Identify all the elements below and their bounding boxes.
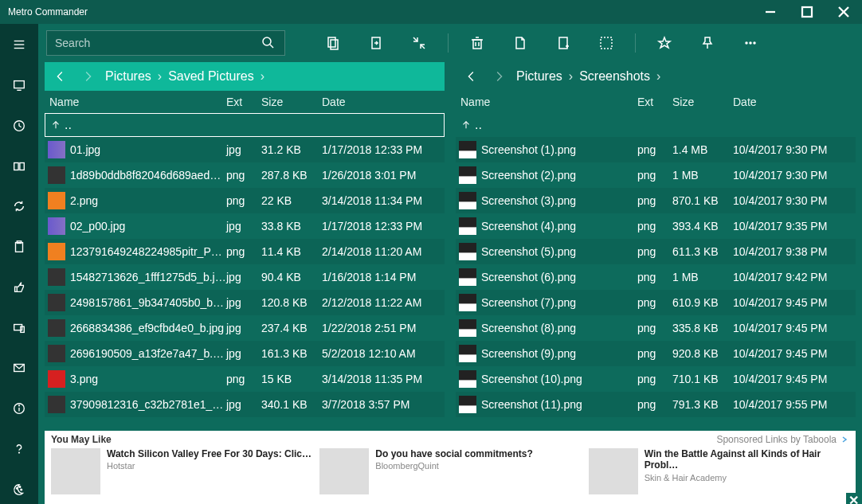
menu-button[interactable] — [0, 30, 38, 60]
file-ext: png — [226, 245, 261, 258]
thumbnail — [48, 396, 65, 413]
file-row[interactable]: Screenshot (2).pngpng1 MB10/4/2017 9:30 … — [456, 162, 856, 188]
file-row[interactable]: 01.jpgjpg31.2 KB1/17/2018 12:33 PM — [45, 137, 445, 162]
file-size: 15 KB — [261, 373, 322, 385]
file-ext: jpg — [226, 347, 261, 360]
select-button[interactable] — [587, 27, 625, 59]
back-button[interactable] — [49, 65, 72, 88]
move-button[interactable] — [357, 27, 395, 59]
svg-rect-1 — [802, 7, 812, 17]
thumbnail — [459, 319, 476, 337]
search-box[interactable] — [46, 30, 285, 56]
breadcrumb-seg[interactable]: Saved Pictures — [167, 68, 256, 85]
favorite-button[interactable] — [645, 27, 684, 59]
file-row[interactable]: 123791649248224985pitr_Patch_ipng11.4 KB… — [45, 239, 445, 264]
back-button[interactable] — [460, 65, 483, 88]
info-icon[interactable] — [0, 394, 38, 424]
file-ext: png — [637, 398, 672, 411]
svg-point-23 — [21, 489, 22, 490]
ad-item[interactable]: Win the Battle Against all Kinds of Hair… — [589, 448, 849, 499]
breadcrumb-seg[interactable]: Pictures — [104, 68, 153, 85]
file-row[interactable]: 2696190509_a13f2e7a47_b.jpgjpg161.3 KB5/… — [45, 341, 445, 366]
file-row[interactable]: Screenshot (6).pngpng1 MB10/4/2017 9:42 … — [456, 264, 856, 290]
forward-button[interactable] — [488, 65, 510, 88]
refresh-icon[interactable] — [0, 192, 38, 221]
search-input[interactable] — [55, 37, 261, 49]
device-icon[interactable] — [0, 313, 38, 342]
delete-button[interactable] — [458, 27, 496, 59]
file-name: Screenshot (4).png — [481, 220, 637, 232]
svg-point-22 — [19, 486, 21, 487]
right-filelist[interactable]: .. Screenshot (1).pngpng1.4 MB10/4/2017 … — [456, 113, 856, 426]
up-row[interactable]: .. — [456, 113, 856, 137]
search-icon — [261, 35, 276, 51]
file-row[interactable]: 2668834386_ef9cfbd4e0_b.jpgjpg237.4 KB1/… — [45, 315, 445, 341]
col-name[interactable]: Name — [459, 96, 637, 108]
file-name: Screenshot (8).png — [481, 322, 637, 334]
history-icon[interactable] — [0, 111, 38, 141]
close-button[interactable] — [825, 0, 862, 24]
mail-icon[interactable] — [0, 354, 38, 383]
ad-close-button[interactable]: ✕ — [846, 493, 860, 504]
ad-sponsor[interactable]: Sponsored Links by Taboola — [716, 434, 849, 445]
file-date: 2/12/2018 11:22 AM — [322, 296, 441, 309]
clipboard-icon[interactable] — [0, 232, 38, 262]
col-size[interactable]: Size — [672, 96, 733, 108]
file-row[interactable]: 15482713626_1fff1275d5_b.jpgjpg90.4 KB1/… — [45, 264, 445, 290]
file-row[interactable]: Screenshot (9).pngpng920.8 KB10/4/2017 9… — [456, 341, 856, 366]
file-name: 2668834386_ef9cfbd4e0_b.jpg — [70, 322, 226, 334]
svg-point-19 — [19, 405, 20, 406]
file-row[interactable]: Screenshot (8).pngpng335.8 KB10/4/2017 9… — [456, 315, 856, 341]
file-row[interactable]: Screenshot (4).pngpng393.4 KB10/4/2017 9… — [456, 213, 856, 239]
file-row[interactable]: Screenshot (11).pngpng791.3 KB10/4/2017 … — [456, 392, 856, 417]
file-row[interactable]: 2498157861_9b347405b0_b.jpgjpg120.8 KB2/… — [45, 290, 445, 315]
svg-rect-12 — [16, 243, 23, 252]
breadcrumb-seg[interactable]: Pictures — [515, 68, 564, 85]
col-size[interactable]: Size — [261, 96, 322, 108]
file-row[interactable]: Screenshot (7).pngpng610.9 KB10/4/2017 9… — [456, 290, 856, 315]
minimize-button[interactable] — [752, 0, 789, 24]
file-ext: png — [637, 322, 672, 334]
svg-rect-11 — [20, 162, 24, 170]
file-row[interactable]: 2.pngpng22 KB3/14/2018 11:34 PM — [45, 188, 445, 213]
ad-source: Skin & Hair Academy — [645, 473, 849, 483]
svg-rect-36 — [559, 37, 567, 49]
col-name[interactable]: Name — [48, 96, 226, 108]
ad-item[interactable]: Watch Silicon Valley Free For 30 Days: C… — [51, 448, 311, 499]
file-row[interactable]: 02_p00.jpgjpg33.8 KB1/17/2018 12:33 PM — [45, 213, 445, 239]
copy-button[interactable] — [314, 27, 352, 59]
thumbnail — [48, 217, 65, 235]
file-ext: png — [637, 220, 672, 232]
ad-item[interactable]: Do you have social commitments?Bloomberg… — [319, 448, 580, 499]
col-ext[interactable]: Ext — [226, 96, 261, 108]
left-filelist[interactable]: .. 01.jpgjpg31.2 KB1/17/2018 12:33 PM1d8… — [45, 113, 445, 426]
pin-button[interactable] — [688, 27, 727, 59]
col-ext[interactable]: Ext — [637, 96, 672, 108]
file-row[interactable]: Screenshot (5).pngpng611.3 KB10/4/2017 9… — [456, 239, 856, 264]
file-row[interactable]: Screenshot (10).pngpng710.1 KB10/4/2017 … — [456, 366, 856, 392]
file-row[interactable]: Screenshot (1).pngpng1.4 MB10/4/2017 9:3… — [456, 137, 856, 162]
breadcrumb-seg[interactable]: Screenshots — [578, 68, 652, 85]
col-date[interactable]: Date — [322, 96, 441, 108]
maximize-button[interactable] — [789, 0, 825, 24]
file-size: 22 KB — [261, 194, 322, 207]
compress-button[interactable] — [400, 27, 438, 59]
col-date[interactable]: Date — [733, 96, 852, 108]
file-row[interactable]: 3.pngpng15 KB3/14/2018 11:35 PM — [45, 366, 445, 392]
monitor-icon[interactable] — [0, 71, 38, 100]
help-icon[interactable] — [0, 435, 38, 464]
new-file-button[interactable] — [501, 27, 539, 59]
file-row[interactable]: Screenshot (3).pngpng870.1 KB10/4/2017 9… — [456, 188, 856, 213]
panels-icon[interactable] — [0, 151, 38, 181]
file-row[interactable]: 37909812316_c32b2781e1_b.jpgjpg340.1 KB3… — [45, 392, 445, 417]
file-row[interactable]: 1d89b0ddb8f82046d689aed32adfpng287.8 KB1… — [45, 162, 445, 188]
new-folder-button[interactable] — [544, 27, 582, 59]
like-icon[interactable] — [0, 273, 38, 303]
theme-icon[interactable] — [0, 475, 38, 504]
forward-button[interactable] — [76, 65, 99, 88]
more-button[interactable] — [731, 27, 770, 59]
ad-source: BloombergQuint — [375, 461, 532, 471]
file-name: 37909812316_c32b2781e1_b.jpg — [70, 398, 226, 411]
up-row[interactable]: .. — [45, 113, 445, 137]
file-date: 2/14/2018 11:20 AM — [322, 245, 441, 258]
